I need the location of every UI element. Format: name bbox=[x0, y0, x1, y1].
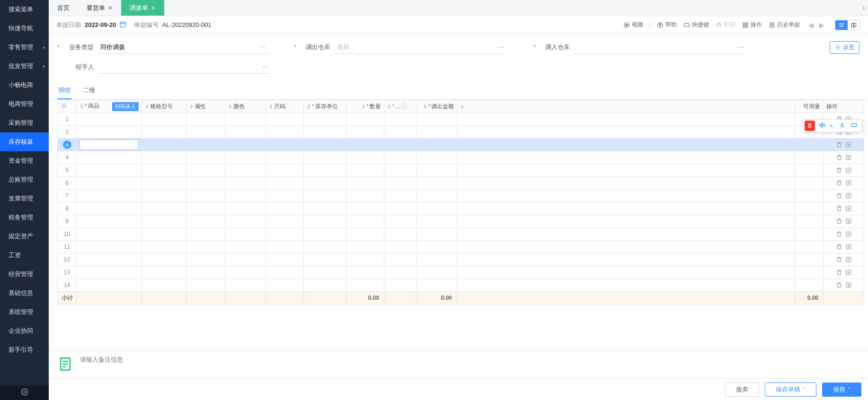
add-row-icon[interactable] bbox=[845, 243, 852, 250]
delete-row-icon[interactable] bbox=[836, 192, 842, 199]
add-row-icon[interactable] bbox=[845, 192, 852, 199]
ellipsis-icon[interactable]: ⋯ bbox=[737, 43, 744, 51]
view-toggle[interactable] bbox=[835, 20, 860, 30]
sidebar-item-4[interactable]: 小畅电商 bbox=[0, 76, 49, 95]
ime-lang[interactable]: 中 bbox=[817, 121, 828, 131]
view-list-icon[interactable] bbox=[835, 20, 848, 30]
tool-shortcut[interactable]: 快捷键 bbox=[683, 21, 709, 29]
table-row[interactable]: 13 bbox=[58, 266, 864, 279]
discard-button[interactable]: 放弃 bbox=[725, 383, 759, 397]
delete-row-icon[interactable] bbox=[836, 231, 842, 237]
subtab-2d[interactable]: 二维 bbox=[82, 82, 96, 99]
sidebar-settings-icon[interactable] bbox=[0, 385, 49, 400]
field-biztype[interactable]: *业务类型 ﹀ bbox=[57, 41, 266, 54]
remarks-input[interactable] bbox=[80, 356, 859, 363]
table-row[interactable]: 2 bbox=[58, 126, 864, 139]
handler-input[interactable] bbox=[99, 61, 269, 74]
nav-next-icon[interactable]: ▶ bbox=[817, 21, 826, 29]
table-row[interactable]: 7 bbox=[58, 190, 864, 202]
th-attr[interactable]: ▲▼属性 bbox=[186, 100, 225, 113]
table-row[interactable]: + bbox=[58, 139, 864, 151]
th-product[interactable]: ▲▼*商品扫码录入 bbox=[77, 100, 142, 113]
th-price[interactable]: ▲▼*...ⓘ bbox=[384, 100, 416, 113]
view-card-icon[interactable] bbox=[848, 20, 860, 30]
th-unit[interactable]: ▲▼*库存单位 bbox=[304, 100, 346, 113]
delete-row-icon[interactable] bbox=[836, 141, 842, 148]
table-row[interactable]: 6 bbox=[58, 177, 864, 190]
ime-punct-icon[interactable]: •, bbox=[828, 122, 836, 130]
sidebar-item-13[interactable]: 工资 bbox=[0, 246, 49, 265]
table-config-icon[interactable] bbox=[58, 100, 77, 113]
table-row[interactable]: 9 bbox=[58, 215, 864, 228]
sidebar-item-3[interactable]: 批发管理▾ bbox=[0, 57, 49, 76]
inwh-input[interactable] bbox=[575, 41, 745, 54]
sidebar-item-9[interactable]: 总账管理 bbox=[0, 170, 49, 189]
tab-2[interactable]: 调拨单✕ bbox=[121, 0, 164, 16]
sidebar-item-15[interactable]: 基础信息 bbox=[0, 284, 49, 303]
save-button[interactable]: 保存˄ bbox=[822, 383, 861, 397]
table-row[interactable]: 12 bbox=[58, 253, 864, 266]
sidebar-item-1[interactable]: 快捷导航 bbox=[0, 19, 49, 38]
add-row-icon[interactable] bbox=[845, 141, 852, 148]
field-outwh[interactable]: *调出仓库 ⋯ bbox=[294, 41, 505, 54]
sidebar-item-10[interactable]: 发票管理 bbox=[0, 189, 49, 208]
th-qty[interactable]: ▲▼*数量 bbox=[346, 100, 384, 113]
add-row-button[interactable]: + bbox=[63, 140, 71, 149]
sidebar-item-0[interactable]: 搜索菜单 bbox=[0, 0, 49, 19]
delete-row-icon[interactable] bbox=[836, 180, 842, 186]
sidebar-item-16[interactable]: 系统管理 bbox=[0, 303, 49, 322]
table-row[interactable]: 4 bbox=[58, 151, 864, 164]
biztype-input[interactable] bbox=[98, 41, 269, 54]
tool-history[interactable]: 历史单据 bbox=[769, 21, 800, 29]
table-row[interactable]: 11 bbox=[58, 241, 864, 253]
add-row-icon[interactable] bbox=[845, 167, 852, 174]
th-spec[interactable]: ▲▼规格型号 bbox=[142, 100, 186, 113]
tabs-overflow-icon[interactable] bbox=[859, 0, 868, 16]
tab-0[interactable]: 首页 bbox=[49, 0, 78, 16]
th-avail[interactable]: 可用量 bbox=[795, 100, 824, 113]
delete-row-icon[interactable] bbox=[836, 256, 842, 263]
tool-operate[interactable]: 操作 bbox=[742, 21, 762, 29]
product-cell-input[interactable] bbox=[80, 139, 139, 150]
tab-1[interactable]: 要货单✕ bbox=[78, 0, 121, 16]
th-size[interactable]: ▲▼尺码 bbox=[266, 100, 304, 113]
tool-video[interactable]: 视频 bbox=[623, 21, 643, 29]
sidebar-item-2[interactable]: 零售管理▾ bbox=[0, 38, 49, 57]
tool-print[interactable]: 打印 bbox=[716, 21, 735, 29]
sidebar-item-11[interactable]: 税务管理 bbox=[0, 208, 49, 227]
calendar-icon[interactable] bbox=[119, 21, 126, 29]
sidebar-item-17[interactable]: 企业协同 bbox=[0, 322, 49, 340]
add-row-icon[interactable] bbox=[845, 282, 852, 288]
add-row-icon[interactable] bbox=[845, 256, 852, 263]
sidebar-item-7[interactable]: 库存核算 bbox=[0, 132, 49, 151]
sidebar-item-6[interactable]: 采购管理 bbox=[0, 113, 49, 132]
tool-help[interactable]: ?帮助 bbox=[657, 21, 677, 29]
close-icon[interactable]: ✕ bbox=[108, 5, 113, 11]
table-row[interactable]: 5 bbox=[58, 164, 864, 177]
delete-row-icon[interactable] bbox=[836, 243, 842, 250]
sidebar-item-5[interactable]: 电商管理 bbox=[0, 95, 49, 113]
add-row-icon[interactable] bbox=[845, 154, 852, 161]
delete-row-icon[interactable] bbox=[836, 154, 842, 161]
delete-row-icon[interactable] bbox=[836, 205, 842, 212]
settings-button[interactable]: 设置 bbox=[830, 41, 859, 54]
keyboard-icon[interactable] bbox=[848, 121, 860, 131]
add-row-icon[interactable] bbox=[845, 231, 852, 237]
sidebar-item-14[interactable]: 经营管理 bbox=[0, 265, 49, 284]
delete-row-icon[interactable] bbox=[836, 269, 842, 276]
nav-prev-icon[interactable]: ◀ bbox=[806, 21, 815, 29]
ime-widget[interactable]: S 中 •, bbox=[802, 119, 862, 132]
field-inwh[interactable]: *调入仓库 ⋯ bbox=[533, 41, 744, 54]
ellipsis-icon[interactable]: ⋯ bbox=[262, 63, 269, 71]
table-row[interactable]: 1 bbox=[58, 113, 864, 126]
delete-row-icon[interactable] bbox=[836, 167, 842, 174]
close-icon[interactable]: ✕ bbox=[151, 5, 156, 11]
add-row-icon[interactable] bbox=[845, 180, 852, 186]
delete-row-icon[interactable] bbox=[836, 282, 842, 288]
subtab-detail[interactable]: 明细 bbox=[57, 82, 71, 99]
table-row[interactable]: 10 bbox=[58, 228, 864, 241]
field-handler[interactable]: 经手人 ⋯ bbox=[57, 61, 269, 74]
mic-icon[interactable] bbox=[836, 121, 848, 131]
save-draft-button[interactable]: 保存草稿˄ bbox=[765, 383, 816, 397]
add-row-icon[interactable] bbox=[845, 218, 852, 225]
